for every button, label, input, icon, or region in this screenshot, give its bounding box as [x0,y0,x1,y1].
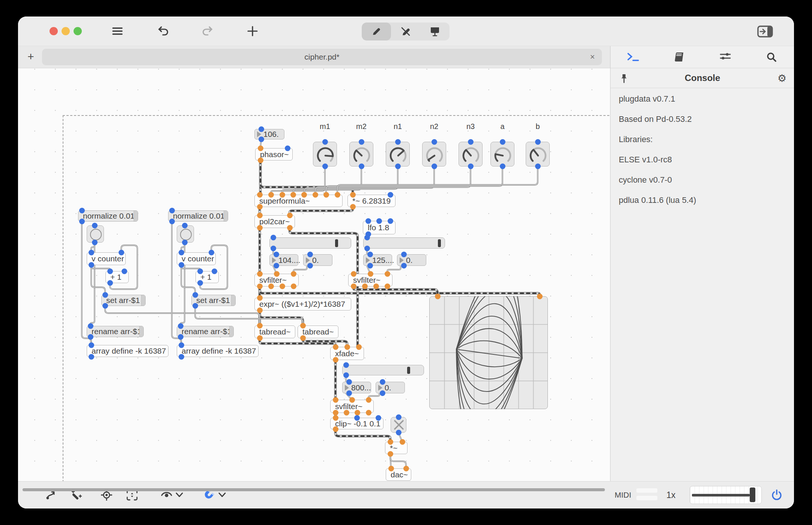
outlet[interactable] [322,164,328,169]
outlet[interactable] [179,354,184,360]
outlet[interactable] [107,280,113,286]
undo-button[interactable] [154,22,173,40]
inlet[interactable] [258,146,263,151]
hslider-left[interactable] [269,237,351,249]
knob-b[interactable] [526,142,550,166]
outlet[interactable] [468,164,474,169]
outlet[interactable] [432,164,437,169]
inlet[interactable] [119,250,124,255]
inlet[interactable] [349,397,355,403]
inlet[interactable] [122,268,127,274]
inlet[interactable] [259,126,264,132]
inlet[interactable] [192,292,198,298]
outlet[interactable] [192,303,198,309]
patch-connection[interactable] [303,338,347,347]
inlet[interactable] [380,379,385,385]
inlet[interactable] [287,213,293,218]
outlet[interactable] [89,262,94,268]
protect-button[interactable] [792,486,794,504]
run-mode-button[interactable] [391,22,420,40]
outlet[interactable] [280,284,285,289]
add-object-button[interactable] [243,22,262,40]
inlet[interactable] [365,218,371,224]
outlet[interactable] [257,335,263,341]
outlet[interactable] [257,284,263,289]
outlet[interactable] [373,284,379,289]
inlet[interactable] [257,192,263,198]
knob-n2[interactable] [422,142,446,166]
inlet[interactable] [322,139,328,145]
slider-handle[interactable] [407,367,410,374]
outlet[interactable] [333,357,338,363]
patch-connection[interactable] [181,265,195,295]
inlet[interactable] [182,223,188,228]
outlet[interactable] [351,284,356,289]
outlet[interactable] [257,225,263,231]
knob-a[interactable] [490,142,514,166]
outlet[interactable] [88,334,93,340]
inlet[interactable] [366,397,371,403]
outlet[interactable] [300,335,306,341]
inlet[interactable] [333,344,338,350]
outlet[interactable] [79,219,85,224]
knob-m2[interactable] [349,142,373,166]
outlet[interactable] [274,263,279,268]
dsp-power-button[interactable] [768,486,786,504]
inlet[interactable] [89,250,94,255]
sidebar-tab-documentation[interactable] [657,46,703,68]
oversampling-label[interactable]: 1x [666,482,675,508]
outlet[interactable] [350,204,356,210]
outlet[interactable] [395,164,401,169]
normalize-1[interactable]: normalize 0.01 [78,210,138,222]
inlet[interactable] [301,192,307,198]
close-window-button[interactable] [50,27,58,35]
outlet[interactable] [385,284,390,289]
outlet[interactable] [259,136,264,142]
outlet[interactable] [535,164,541,169]
outlet[interactable] [268,284,274,289]
inlet[interactable] [500,139,505,145]
outlet[interactable] [346,390,352,396]
inlet[interactable] [271,235,276,240]
inlet[interactable] [179,250,184,255]
patch-connection[interactable] [260,286,540,296]
inlet[interactable] [356,344,362,350]
inlet[interactable] [395,139,401,145]
console-settings-button[interactable]: ⚙ [775,71,789,86]
inlet[interactable] [403,466,409,471]
inlet[interactable] [323,192,329,198]
hslider-bottom[interactable] [342,365,424,375]
outlet[interactable] [271,246,276,251]
outlet[interactable] [333,410,338,416]
inlet[interactable] [102,292,108,298]
inlet[interactable] [274,271,280,277]
volume-slider-handle[interactable] [750,488,755,502]
patch-connection[interactable] [260,286,540,296]
inlet[interactable] [313,192,318,198]
knob-n1[interactable] [386,142,410,166]
zoom-window-button[interactable] [74,27,82,35]
expr[interactable]: expr~ (($v1+1)/2)*16387 [254,298,351,310]
slider-handle[interactable] [438,239,441,247]
inlet[interactable] [344,344,350,350]
inlet[interactable] [291,271,296,277]
outlet[interactable] [388,451,393,457]
outlet[interactable] [366,410,371,416]
outlet[interactable] [179,262,184,268]
patch-connection[interactable] [335,429,390,442]
canvas-horizontal-scrollbar[interactable] [23,488,605,491]
inlet[interactable] [333,397,338,403]
inlet[interactable] [290,192,296,198]
outlet[interactable] [359,164,364,169]
inlet[interactable] [388,439,393,445]
edit-mode-button[interactable] [362,22,391,40]
inlet[interactable] [385,271,390,277]
inlet[interactable] [343,362,349,368]
sidebar-tab-console[interactable] [611,46,657,68]
new-tab-button[interactable]: + [23,49,38,64]
inlet[interactable] [107,268,113,274]
outlet[interactable] [380,390,385,396]
inlet[interactable] [274,252,279,257]
inlet[interactable] [359,139,364,145]
outlet[interactable] [401,263,407,268]
